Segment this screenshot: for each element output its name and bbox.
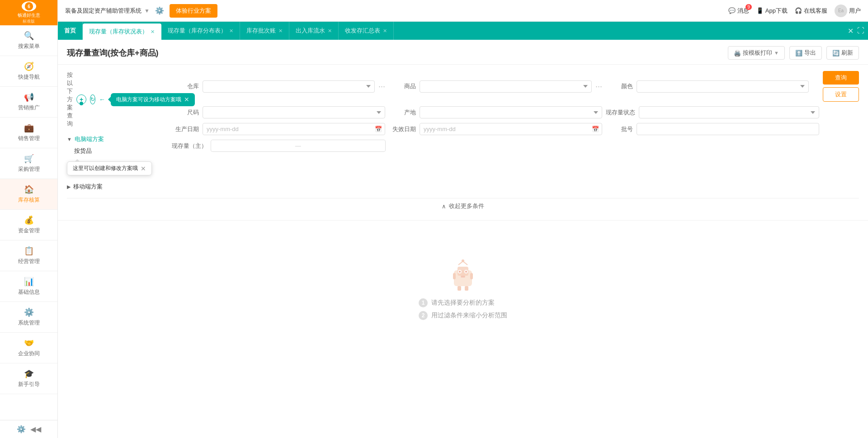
sidebar-item-quicknav[interactable]: 🧭 快捷导航	[0, 56, 57, 87]
sidebar-item-sales[interactable]: 💼 销售管理	[0, 118, 57, 148]
scheme-pc-arrow[interactable]: ▼	[67, 137, 72, 142]
back-arrow-button[interactable]: ←	[99, 94, 105, 104]
app-name: 畅通好生意	[18, 12, 40, 19]
headset-icon: 🎧	[795, 7, 802, 14]
empty-steps: 1 请先选择要分析的方案 2 用过滤条件来缩小分析范围	[419, 298, 507, 320]
notify-button[interactable]: 💬 9 消息	[728, 7, 749, 15]
query-button[interactable]: 查询	[823, 71, 859, 85]
app-logo: 6 畅通好生意 标准版	[0, 0, 57, 25]
tab-close-recv-summary[interactable]: ✕	[383, 28, 387, 34]
goods-dots[interactable]: ···	[595, 82, 602, 91]
experience-button[interactable]: 体验行业方案	[170, 4, 217, 18]
warehouse-select[interactable]	[203, 80, 375, 93]
filter-label: 按以下方案查询	[67, 71, 73, 128]
collapse-chevron-icon: ∧	[442, 203, 446, 210]
filter-produce-date: 生产日期 📅	[172, 123, 385, 135]
sidebar-item-purchase[interactable]: 🛒 采购管理	[0, 148, 57, 179]
tab-in-out-flow[interactable]: 出入库流水 ✕	[289, 22, 339, 40]
svg-text:6: 6	[28, 4, 30, 9]
export-button[interactable]: ⬆️ 导出	[789, 46, 822, 60]
tab-close-inventory-dist[interactable]: ✕	[229, 28, 233, 34]
sidebar-item-sales-label: 销售管理	[18, 135, 40, 142]
sidebar-item-enterprise-label: 企业协同	[18, 350, 40, 358]
expire-date-input[interactable]	[420, 123, 589, 135]
scheme-item-huopian[interactable]: 按货品	[74, 145, 166, 157]
stock-status-select[interactable]	[639, 106, 819, 118]
batch-label: 批号	[606, 125, 633, 133]
inventory-icon: 🏠	[24, 184, 34, 194]
filter-warehouse: 仓库	[172, 80, 375, 93]
sidebar-item-marketing[interactable]: 📢 营销推广	[0, 87, 57, 118]
scheme-mobile-label[interactable]: 移动端方案	[73, 183, 103, 191]
sidebar-item-management[interactable]: 📋 经营管理	[0, 240, 57, 271]
filter-stock-status: 现存量状态	[606, 106, 819, 118]
sidebar-item-management-label: 经营管理	[18, 258, 40, 265]
sidebar-item-basic[interactable]: 📊 基础信息	[0, 271, 57, 302]
user-profile-button[interactable]: Ea 用户	[835, 5, 861, 17]
collapse-button[interactable]: ∧ 收起更多条件	[67, 198, 859, 214]
print-button[interactable]: 🖨️ 按模板打印 ▼	[728, 46, 785, 60]
scheme-mobile-arrow[interactable]: ▶	[67, 184, 71, 190]
guide-icon: 🎓	[24, 369, 34, 379]
stock-main-label: 现存量（主）	[172, 142, 207, 150]
sidebar-item-system[interactable]: ⚙️ 系统管理	[0, 302, 57, 333]
refresh-button[interactable]: 🔄 刷新	[826, 46, 859, 60]
svg-rect-9	[453, 273, 456, 279]
tab-batch-ledger[interactable]: 库存批次账 ✕	[240, 22, 289, 40]
tab-inventory-dist[interactable]: 现存量（库存分布表） ✕	[161, 22, 240, 40]
sidebar-item-guide[interactable]: 🎓 新手引导	[0, 363, 57, 394]
dot-indicator	[80, 102, 83, 105]
sidebar-item-search[interactable]: 🔍 搜索菜单	[0, 25, 57, 56]
sidebar-item-inventory[interactable]: 🏠 库存核算	[0, 179, 57, 210]
close-all-tabs-icon[interactable]: ✕	[848, 27, 854, 35]
tab-recv-summary[interactable]: 收发存汇总表 ✕	[339, 22, 394, 40]
scheme-mobile-row: ▶ 移动端方案	[67, 181, 166, 193]
stock-main-max[interactable]	[303, 140, 385, 151]
goods-select[interactable]	[420, 80, 592, 93]
pc-tooltip-close[interactable]: ✕	[184, 96, 189, 103]
size-select[interactable]	[203, 106, 385, 118]
svg-rect-11	[458, 286, 461, 291]
tab-close-inventory-status[interactable]: ✕	[151, 29, 155, 35]
sidebar-item-enterprise[interactable]: 🤝 企业协同	[0, 333, 57, 363]
scheme-pc-label[interactable]: 电脑端方案	[75, 135, 104, 143]
online-service-button[interactable]: 🎧 在线客服	[795, 7, 827, 15]
step-num-1: 1	[419, 298, 428, 307]
batch-input[interactable]	[637, 123, 819, 135]
app-download-button[interactable]: 📱 App下载	[756, 7, 788, 15]
edit-tooltip-close[interactable]: ✕	[141, 165, 146, 172]
collapse-sidebar-icon[interactable]: ◀◀	[30, 425, 41, 433]
settings-bottom-icon[interactable]: ⚙️	[17, 425, 26, 433]
calendar-icon-produce[interactable]: 📅	[372, 126, 385, 132]
tab-home[interactable]: 首页	[58, 22, 83, 40]
sidebar-item-purchase-label: 采购管理	[18, 165, 40, 173]
app-edition: 标准版	[23, 19, 35, 24]
export-icon: ⬆️	[795, 50, 802, 57]
enterprise-icon: 🤝	[24, 338, 34, 348]
tab-inventory-status[interactable]: 现存量（库存状况表） ✕	[83, 24, 161, 40]
filter-batch: 批号	[606, 123, 819, 135]
calendar-icon-expire[interactable]: 📅	[589, 126, 602, 132]
compass-icon: 🧭	[24, 61, 34, 71]
sidebar: 6 畅通好生意 标准版 🔍 搜索菜单 🧭 快捷导航 📢 营销推广 💼 销售管理 …	[0, 0, 58, 438]
filter-goods: 商品	[389, 80, 592, 93]
warehouse-dots[interactable]: ···	[378, 82, 385, 91]
set-button[interactable]: 设置	[823, 87, 859, 102]
sidebar-item-finance-label: 资金管理	[18, 227, 40, 235]
maximize-icon[interactable]: ⛶	[857, 27, 864, 35]
stock-main-min[interactable]	[211, 140, 293, 151]
tab-close-in-out-flow[interactable]: ✕	[328, 28, 332, 34]
tab-close-batch-ledger[interactable]: ✕	[278, 28, 283, 34]
origin-label: 产地	[389, 108, 416, 117]
filter-stock-main: 现存量（主） —	[172, 140, 386, 152]
refresh-scheme-button[interactable]: ↻	[90, 94, 95, 104]
edit-tooltip-text: 这里可以创建和修改方案哦	[73, 165, 138, 172]
tabbar-actions: ✕ ⛶	[848, 22, 868, 40]
color-select[interactable]	[637, 80, 809, 93]
sidebar-item-finance[interactable]: 💰 资金管理	[0, 210, 57, 240]
settings-icon[interactable]: ⚙️	[155, 6, 164, 15]
origin-select[interactable]	[420, 106, 602, 118]
produce-date-input[interactable]	[203, 123, 372, 135]
produce-date-wrapper: 📅	[203, 123, 385, 135]
page-title: 现存量查询(按仓库+商品)	[67, 47, 159, 58]
